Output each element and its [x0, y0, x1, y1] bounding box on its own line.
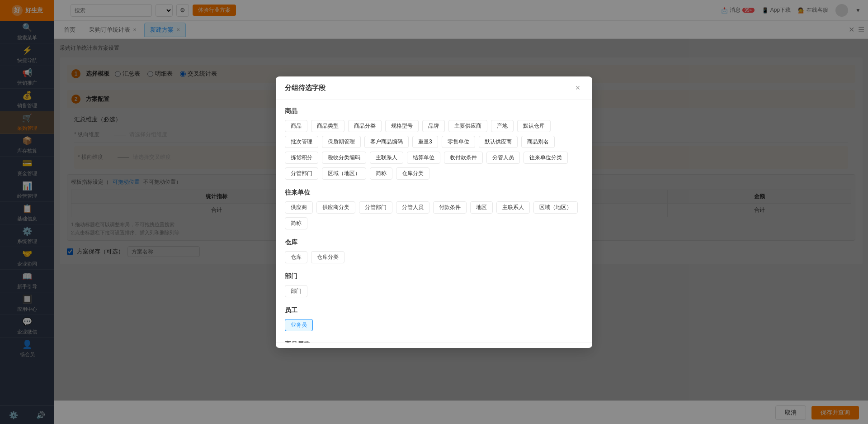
chip-abbr[interactable]: 简称 — [285, 217, 307, 229]
counterpart-chips: 供应商 供应商分类 分管部门 分管人员 付款条件 地区 主联系人 区域（地区） … — [285, 201, 583, 229]
chip-supplier[interactable]: 供应商 — [285, 201, 313, 214]
chip-shelf-life[interactable]: 保质期管理 — [322, 136, 361, 148]
chip-salesperson[interactable]: 业务员 — [285, 319, 313, 331]
section-dept: 部门 部门 — [285, 272, 583, 297]
chip-batch-mgmt[interactable]: 批次管理 — [285, 136, 318, 148]
chip-spec-model[interactable]: 规格型号 — [385, 120, 419, 132]
chip-default-supplier[interactable]: 默认供应商 — [479, 136, 518, 148]
section-warehouse-title: 仓库 — [285, 238, 583, 247]
section-counterpart: 往来单位 供应商 供应商分类 分管部门 分管人员 付款条件 地区 主联系人 区域… — [285, 189, 583, 229]
section-employee: 员工 业务员 — [285, 306, 583, 331]
chip-payment-cond[interactable]: 付款条件 — [433, 201, 467, 214]
chip-payment-terms[interactable]: 收付款条件 — [444, 152, 483, 164]
chip-warehouse-cat[interactable]: 仓库分类 — [311, 251, 344, 263]
product-chips: 商品 商品类型 商品分类 规格型号 品牌 主要供应商 产地 默认仓库 批次管理 … — [285, 120, 583, 180]
warehouse-chips: 仓库 仓库分类 — [285, 251, 583, 263]
section-warehouse: 仓库 仓库 仓库分类 — [285, 238, 583, 263]
chip-counterpart-category[interactable]: 往来单位分类 — [524, 152, 568, 164]
chip-product-category[interactable]: 商品分类 — [348, 120, 382, 132]
chip-pick-points[interactable]: 拣货积分 — [285, 152, 318, 164]
chip-main-contact[interactable]: 主联系人 — [370, 152, 403, 164]
chip-weight[interactable]: 重量3 — [412, 136, 438, 148]
chip-area[interactable]: 地区 — [470, 201, 493, 214]
chip-product-alias[interactable]: 商品别名 — [521, 136, 555, 148]
chip-product-type[interactable]: 商品类型 — [311, 120, 344, 132]
chip-warehouse[interactable]: 仓库 — [285, 251, 307, 263]
chip-contact[interactable]: 主联系人 — [496, 201, 530, 214]
section-counterpart-title: 往来单位 — [285, 189, 583, 197]
chip-settlement-unit[interactable]: 结算单位 — [407, 152, 440, 164]
chip-origin[interactable]: 产地 — [491, 120, 514, 132]
chip-supervisor[interactable]: 分管人员 — [486, 152, 520, 164]
section-product-title: 商品 — [285, 107, 583, 115]
chip-retail-unit[interactable]: 零售单位 — [442, 136, 475, 148]
chip-product[interactable]: 商品 — [285, 120, 307, 132]
modal-header: 分组待选字段 × — [276, 76, 592, 100]
modal-body[interactable]: 商品 商品 商品类型 商品分类 规格型号 品牌 主要供应商 产地 默认仓库 批次… — [276, 100, 592, 343]
section-employee-title: 员工 — [285, 306, 583, 314]
dept-chips: 部门 — [285, 285, 583, 297]
modal-overlay: 分组待选字段 × 商品 商品 商品类型 商品分类 规格型号 品牌 主要供应商 产… — [0, 0, 868, 424]
chip-brand[interactable]: 品牌 — [422, 120, 445, 132]
section-dept-title: 部门 — [285, 272, 583, 281]
chip-supplier-category[interactable]: 供应商分类 — [316, 201, 355, 214]
chip-person[interactable]: 分管人员 — [396, 201, 429, 214]
modal-close-button[interactable]: × — [572, 82, 583, 93]
chip-default-warehouse[interactable]: 默认仓库 — [517, 120, 551, 132]
close-icon: × — [576, 83, 580, 93]
employee-chips: 业务员 — [285, 319, 583, 331]
modal-scrollbar[interactable] — [276, 343, 592, 348]
modal-title: 分组待选字段 — [285, 84, 326, 92]
section-product: 商品 商品 商品类型 商品分类 规格型号 品牌 主要供应商 产地 默认仓库 批次… — [285, 107, 583, 180]
chip-region[interactable]: 区域（地区） — [322, 167, 366, 180]
chip-short-name[interactable]: 简称 — [370, 167, 392, 180]
chip-tax-code[interactable]: 税收分类编码 — [322, 152, 366, 164]
field-selection-modal: 分组待选字段 × 商品 商品 商品类型 商品分类 规格型号 品牌 主要供应商 产… — [276, 76, 592, 348]
chip-department[interactable]: 部门 — [285, 285, 307, 297]
chip-dept[interactable]: 分管部门 — [359, 201, 392, 214]
chip-region2[interactable]: 区域（地区） — [533, 201, 578, 214]
chip-warehouse-category[interactable]: 仓库分类 — [396, 167, 429, 180]
chip-main-supplier[interactable]: 主要供应商 — [448, 120, 487, 132]
chip-customer-code[interactable]: 客户商品编码 — [364, 136, 409, 148]
chip-dept-mgmt[interactable]: 分管部门 — [285, 167, 318, 180]
